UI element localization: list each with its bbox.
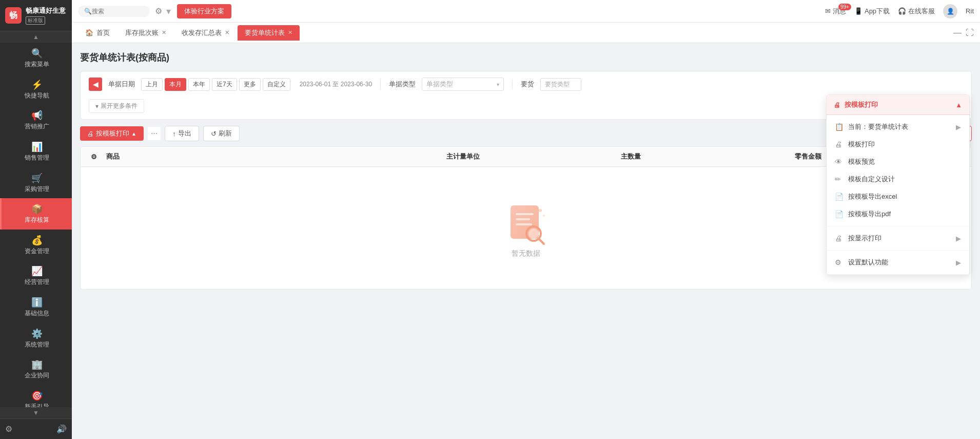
tab-controls: — ⛶ bbox=[953, 28, 974, 37]
yaohuo-type-display: 要货类型 bbox=[540, 78, 581, 91]
more-btn[interactable]: ··· bbox=[148, 127, 161, 140]
filter-row-1: ◀ 单据日期 上月 本月 本年 近7天 更多 自定义 2023-06-01 至 … bbox=[89, 78, 963, 91]
select-value: 单据类型 bbox=[426, 80, 453, 89]
design-icon: ✏ bbox=[835, 175, 843, 183]
sidebar-item-sales[interactable]: 📊 销售管理 bbox=[0, 136, 72, 167]
message-item[interactable]: ✉ 消息 99+ bbox=[825, 7, 846, 16]
last7-btn[interactable]: 近7天 bbox=[212, 78, 237, 91]
dropdown-item-label: 当前：要货单统计表 bbox=[848, 122, 908, 131]
sidebar-item-operation[interactable]: 📈 经营管理 bbox=[0, 260, 72, 292]
dropdown-header[interactable]: 🖨 按模板打印 ▲ bbox=[827, 95, 969, 115]
svg-rect-2 bbox=[516, 218, 530, 220]
current-month-btn[interactable]: 本月 bbox=[165, 78, 186, 91]
refresh-btn[interactable]: ↺ 刷新 bbox=[203, 126, 240, 141]
sidebar-item-label: 快捷导航 bbox=[25, 92, 49, 100]
tab-order-stat[interactable]: 要货单统计表 ✕ bbox=[238, 25, 300, 41]
order-type-select[interactable]: 单据类型 ▾ bbox=[422, 78, 504, 91]
custom-btn[interactable]: 自定义 bbox=[263, 78, 290, 91]
sidebar-bottom: ⚙ 🔊 bbox=[0, 418, 72, 439]
tab-batch[interactable]: 库存批次账 ✕ bbox=[118, 25, 173, 41]
print-icon: 🖨 bbox=[87, 130, 94, 138]
svg-rect-1 bbox=[516, 213, 534, 215]
guide-icon: 🎯 bbox=[31, 390, 43, 402]
th-gear[interactable]: ⚙ bbox=[87, 153, 102, 161]
sound-icon[interactable]: 🔊 bbox=[56, 424, 67, 434]
svg-point-7 bbox=[539, 209, 542, 212]
tab-maximize-button[interactable]: ⛶ bbox=[966, 28, 974, 37]
sidebar-item-guide[interactable]: 🎯 新手引导 bbox=[0, 385, 72, 407]
dropdown-item-set-default[interactable]: ⚙ 设置默认功能 ▶ bbox=[827, 254, 969, 271]
refresh-btn-label: 刷新 bbox=[219, 129, 232, 138]
svg-rect-3 bbox=[516, 223, 532, 225]
dropdown-item-export-pdf[interactable]: 📄 按模板导出pdf bbox=[827, 205, 969, 223]
dropdown-item-display-print[interactable]: 🖨 按显示打印 ▶ bbox=[827, 230, 969, 247]
sidebar-item-basic[interactable]: ℹ️ 基础信息 bbox=[0, 292, 72, 323]
sidebar-item-purchase[interactable]: 🛒 采购管理 bbox=[0, 167, 72, 199]
gear-icon[interactable]: ⚙ bbox=[155, 6, 162, 16]
gear-small-icon: ⚙ bbox=[835, 258, 843, 266]
tab-close-icon[interactable]: ✕ bbox=[288, 29, 292, 36]
dropdown-item-label: 模板自定义设计 bbox=[848, 175, 895, 184]
sidebar: 畅 畅康通好生意 标准版 ▲ 🔍 搜索菜单 ⚡ 快捷导航 📢 营销推广 📊 销售… bbox=[0, 0, 72, 439]
dropdown-item-template-design[interactable]: ✏ 模板自定义设计 bbox=[827, 170, 969, 188]
th-product: 商品 bbox=[102, 152, 442, 161]
sidebar-item-inventory[interactable]: 📦 库存核算 bbox=[0, 198, 72, 230]
topbar-left: 🔍 ⚙ ▾ 体验行业方案 bbox=[78, 4, 825, 18]
printer-icon: 🖨 bbox=[835, 140, 843, 148]
app-download-label: App下载 bbox=[865, 7, 890, 16]
dropdown-item-template-print[interactable]: 🖨 模板打印 bbox=[827, 136, 969, 153]
print-btn[interactable]: 🖨 按模板打印 ▲ bbox=[80, 126, 144, 141]
dropdown-item-label: 模板预览 bbox=[848, 157, 875, 166]
tab-close-icon[interactable]: ✕ bbox=[225, 29, 229, 36]
sidebar-item-label: 采购管理 bbox=[25, 185, 49, 194]
collapse-btn[interactable]: ◀ bbox=[89, 78, 102, 91]
online-service-item[interactable]: 🎧 在线客服 bbox=[898, 7, 935, 16]
sidebar-item-system[interactable]: ⚙️ 系统管理 bbox=[0, 323, 72, 354]
sidebar-scroll-up[interactable]: ▲ bbox=[0, 31, 72, 43]
print-dropdown-arrow: ▲ bbox=[131, 131, 136, 137]
page-title: 要货单统计表(按商品) bbox=[80, 51, 972, 64]
search-icon: 🔍 bbox=[31, 48, 43, 59]
dropdown-arrow[interactable]: ▾ bbox=[166, 6, 171, 17]
tab-minimize-button[interactable]: — bbox=[953, 28, 962, 37]
dropdown-section-2: 🖨 按显示打印 ▶ bbox=[827, 226, 969, 251]
print-dropdown-icon: 🖨 bbox=[834, 101, 840, 109]
pdf-icon: 📄 bbox=[835, 210, 843, 218]
sidebar-item-corp[interactable]: 🏢 企业协同 bbox=[0, 354, 72, 385]
sidebar-item-shortcut[interactable]: ⚡ 快捷导航 bbox=[0, 74, 72, 105]
order-type-label: 单据类型 bbox=[389, 80, 416, 89]
search-input[interactable] bbox=[92, 8, 143, 15]
current-year-btn[interactable]: 本年 bbox=[188, 78, 210, 91]
tab-collect[interactable]: 收发存汇总表 ✕ bbox=[174, 25, 237, 41]
dropdown-section-1: 📋 当前：要货单统计表 ▶ 🖨 模板打印 👁 模板预览 ✏ 模板自定义设计 bbox=[827, 115, 969, 226]
export-btn[interactable]: ↑ 导出 bbox=[165, 126, 199, 141]
dropdown-item-export-excel[interactable]: 📄 按模板导出excel bbox=[827, 188, 969, 205]
sidebar-item-finance[interactable]: 💰 资金管理 bbox=[0, 230, 72, 261]
sidebar-item-label: 系统管理 bbox=[25, 341, 49, 349]
sidebar-item-search[interactable]: 🔍 搜索菜单 bbox=[0, 43, 72, 74]
search-box[interactable]: 🔍 bbox=[78, 6, 150, 17]
experience-button[interactable]: 体验行业方案 bbox=[177, 4, 231, 18]
dropdown-item-label: 设置默认功能 bbox=[848, 258, 888, 267]
user-avatar[interactable]: 👤 bbox=[943, 4, 957, 18]
topbar-right: ✉ 消息 99+ 📱 App下载 🎧 在线客服 👤 Rit bbox=[825, 4, 974, 18]
th-unit: 主计量单位 bbox=[442, 152, 617, 161]
sidebar-scroll-down[interactable]: ▼ bbox=[0, 407, 72, 418]
purchase-icon: 🛒 bbox=[31, 173, 43, 184]
date-range-display: 2023-06-01 至 2023-06-30 bbox=[300, 80, 372, 89]
expand-more-btn[interactable]: ▾ 展开更多条件 bbox=[89, 99, 144, 113]
prev-month-btn[interactable]: 上月 bbox=[141, 78, 163, 91]
system-icon: ⚙️ bbox=[31, 328, 43, 339]
more-btn[interactable]: 更多 bbox=[239, 78, 261, 91]
yaohuo-type-label: 要货 bbox=[521, 80, 534, 89]
settings-icon[interactable]: ⚙ bbox=[5, 424, 12, 434]
app-download-item[interactable]: 📱 App下载 bbox=[854, 7, 890, 16]
dropdown-item-template-preview[interactable]: 👁 模板预览 bbox=[827, 153, 969, 170]
dropdown-collapse-icon[interactable]: ▲ bbox=[955, 101, 962, 109]
tab-home[interactable]: 🏠 首页 bbox=[78, 25, 117, 41]
tab-label: 要货单统计表 bbox=[245, 28, 285, 37]
tab-label: 首页 bbox=[96, 28, 110, 37]
dropdown-item-current-template[interactable]: 📋 当前：要货单统计表 ▶ bbox=[827, 118, 969, 136]
tab-close-icon[interactable]: ✕ bbox=[162, 29, 166, 36]
sidebar-item-marketing[interactable]: 📢 营销推广 bbox=[0, 105, 72, 136]
